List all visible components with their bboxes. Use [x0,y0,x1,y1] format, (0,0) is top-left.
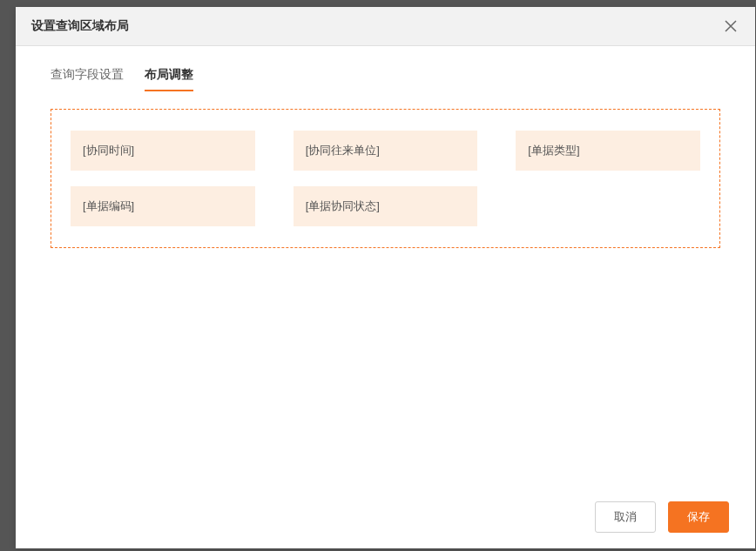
save-button[interactable]: 保存 [668,501,729,533]
field-item[interactable]: [单据类型] [516,131,700,171]
layout-drop-area[interactable]: [协同时间] [协同往来单位] [单据类型] [单据编码] [单据协同状态] [51,109,720,248]
modal-title: 设置查询区域布局 [31,18,129,34]
close-icon [725,20,737,32]
modal-header: 设置查询区域布局 [16,7,755,46]
field-item[interactable]: [单据编码] [71,186,255,226]
close-button[interactable] [722,17,739,35]
modal-dialog: 设置查询区域布局 查询字段设置 布局调整 [协同时间] [协同往来单位] [单据… [16,7,755,548]
tab-layout-adjust[interactable]: 布局调整 [145,67,193,91]
field-item[interactable]: [协同时间] [71,131,255,171]
field-item[interactable]: [协同往来单位] [294,131,478,171]
cancel-button[interactable]: 取消 [595,501,656,533]
tab-field-settings[interactable]: 查询字段设置 [51,67,124,91]
modal-body: 查询字段设置 布局调整 [协同时间] [协同往来单位] [单据类型] [单据编码… [16,46,755,489]
modal-footer: 取消 保存 [16,489,755,548]
field-item[interactable]: [单据协同状态] [294,186,478,226]
tab-bar: 查询字段设置 布局调整 [51,67,720,91]
